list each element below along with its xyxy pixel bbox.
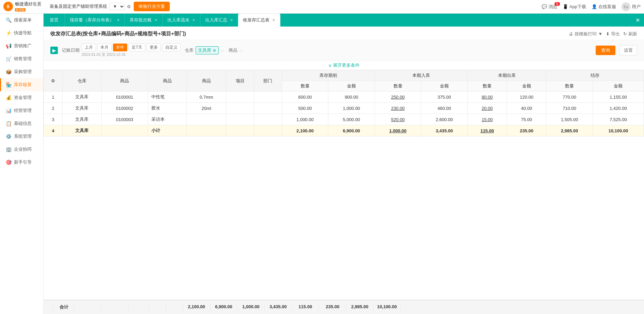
tab-summary[interactable]: 出入库汇总 ✕ (200, 14, 238, 27)
user-area[interactable]: Ea 用户 (622, 2, 641, 11)
cell-in-qty[interactable]: 250.00 (375, 92, 421, 103)
system-select[interactable]: ▼ (109, 3, 125, 10)
print-btn[interactable]: 🖨 按模板打印 ▼ (569, 31, 602, 37)
app-download-label: App下载 (569, 4, 586, 10)
sales-icon: 🛒 (6, 56, 11, 62)
sidebar-label-inventory: 库存核算 (14, 82, 32, 88)
th-settings[interactable]: ⚙ (44, 70, 63, 92)
filter-bar: ▶ 记账日期 上月 本月 本年 近7天 更多 自定义 2023-01-01 至 … (44, 40, 644, 61)
footer-name (101, 303, 129, 312)
base-info-icon: 📋 (6, 121, 11, 126)
warehouse-more[interactable]: ··· (221, 48, 225, 53)
message-btn[interactable]: 💬 消息 6 (542, 4, 557, 10)
cell-out-amt: 120.00 (507, 92, 546, 103)
cell-project (226, 114, 254, 125)
cell-end-amt: 1,420.00 (593, 103, 644, 114)
th-end-amt: 金额 (593, 81, 644, 92)
tab-receive-send[interactable]: 收发存汇总表 ✕ (238, 14, 280, 27)
refresh-btn[interactable]: ↻ 刷新 (623, 31, 637, 37)
tab-receive-send-close[interactable]: ✕ (272, 18, 275, 22)
date-btn-more[interactable]: 更多 (147, 44, 161, 51)
footer-end-qty: 2,985.00 (346, 303, 374, 312)
filter-expand-btn[interactable]: ▶ (50, 47, 58, 54)
tabs-close-all[interactable]: ✕ (631, 17, 644, 23)
export-btn[interactable]: ⬇ 导出 (606, 31, 620, 37)
sidebar-label-operations: 经营管理 (14, 108, 32, 114)
date-btn-last-month[interactable]: 上月 (82, 44, 96, 51)
cell-end-qty: 770.00 (546, 92, 593, 103)
cell-code: 0100003 (101, 114, 148, 125)
cell-out-qty[interactable]: 115.00 (467, 125, 507, 136)
tab-inventory-dist[interactable]: 现存量（库存分布表） ✕ (65, 14, 125, 27)
sidebar-item-operations[interactable]: 📊 经营管理 (0, 104, 43, 117)
sidebar-item-search[interactable]: 🔍 搜索菜单 (0, 14, 43, 27)
sidebar-item-sales[interactable]: 🛒 销售管理 (0, 52, 43, 65)
table-row: 1文具库0100001中性笔0.7mm600.00900.00250.00375… (44, 92, 644, 103)
enterprise-icon: 🏢 (6, 147, 11, 152)
cell-project (226, 92, 254, 103)
th-code: 商品 (101, 70, 148, 92)
tab-batch-close[interactable]: ✕ (154, 18, 158, 22)
tab-flow-close[interactable]: ✕ (192, 18, 195, 22)
sidebar-item-purchase[interactable]: 📦 采购管理 (0, 65, 43, 78)
date-btn-this-year[interactable]: 本年 (113, 44, 127, 51)
phone-icon: 📱 (563, 4, 568, 9)
tab-inventory-dist-close[interactable]: ✕ (117, 18, 120, 22)
finance-icon: 💰 (6, 95, 11, 100)
cell-warehouse: 文具库 (63, 114, 101, 125)
cell-spec: 20ml (187, 103, 226, 114)
inventory-icon: 🏪 (6, 82, 11, 87)
date-btn-custom[interactable]: 自定义 (162, 44, 181, 51)
goods-filter-group: 商品 ··· (229, 47, 243, 53)
cell-end-amt: 7,525.00 (593, 114, 644, 125)
th-begin-amt: 金额 (328, 81, 375, 92)
cell-in-qty[interactable]: 520.00 (375, 114, 421, 125)
tab-summary-close[interactable]: ✕ (230, 18, 233, 22)
expand-conditions-bar[interactable]: ∨ 展开更多条件 (44, 61, 644, 70)
cell-out-qty[interactable]: 20.00 (467, 103, 507, 114)
date-btn-this-month[interactable]: 本月 (97, 44, 112, 51)
marketing-icon: 📢 (6, 43, 11, 49)
sidebar-item-guide[interactable]: 🎯 新手引导 (0, 156, 43, 169)
online-service-btn[interactable]: 👤 在线客服 (592, 4, 616, 10)
cell-in-amt: 3,435.00 (421, 125, 467, 136)
cell-in-qty[interactable]: 1,000.00 (375, 125, 421, 136)
sidebar-item-system[interactable]: ⚙️ 系统管理 (0, 130, 43, 143)
th-project: 项目 (226, 70, 254, 92)
th-in-qty: 数量 (375, 81, 421, 92)
tab-flow[interactable]: 出入库流水 ✕ (163, 14, 200, 27)
query-button[interactable]: 查询 (596, 46, 615, 55)
tab-inventory-dist-label: 现存量（库存分布表） (70, 17, 114, 23)
cell-out-qty[interactable]: 15.00 (467, 114, 507, 125)
cell-out-qty[interactable]: 80.00 (467, 92, 507, 103)
cell-dept (254, 114, 282, 125)
cell-out-amt: 75.00 (507, 114, 546, 125)
sidebar-item-enterprise[interactable]: 🏢 企业协同 (0, 143, 43, 156)
settings-button[interactable]: 设置 (620, 45, 637, 55)
sidebar-label-finance: 资金管理 (14, 95, 32, 101)
experience-button[interactable]: 体验行业方案 (134, 2, 170, 11)
logo-text: 畅捷通好生意 标准版 (15, 1, 42, 12)
warehouse-remove-btn[interactable]: ✕ (213, 48, 216, 53)
th-in-amt: 金额 (421, 81, 467, 92)
th-name: 商品 (148, 70, 187, 92)
settings-gear[interactable]: ⚙ (127, 4, 131, 9)
tab-home[interactable]: 首页 (44, 14, 65, 27)
sidebar-item-marketing[interactable]: 📢 营销推广 (0, 39, 43, 52)
sidebar-item-base-info[interactable]: 📋 基础信息 (0, 117, 43, 130)
cell-dept (254, 125, 282, 136)
table-container: ⚙ 仓库 商品 商品 商品 项目 部门 库存期初 本期入库 本期出库 结存 (44, 70, 644, 300)
cell-name: 小计 (148, 125, 187, 136)
footer-cells: 合计 2,100.00 6,900.00 1,000.00 3,435.00 1… (44, 303, 644, 312)
warehouse-filter-label: 仓库 (185, 47, 194, 53)
th-end-qty: 数量 (546, 81, 593, 92)
sidebar-item-quick-nav[interactable]: ⚡ 快捷导航 (0, 27, 43, 39)
cell-in-qty[interactable]: 230.00 (375, 103, 421, 114)
app-download-btn[interactable]: 📱 App下载 (563, 4, 586, 10)
date-btn-7days[interactable]: 近7天 (129, 44, 145, 51)
sidebar-item-finance[interactable]: 💰 资金管理 (0, 91, 43, 104)
goods-more[interactable]: ··· (240, 48, 243, 53)
tab-batch[interactable]: 库存批次账 ✕ (125, 14, 163, 27)
footer-out-qty: 115.00 (292, 303, 319, 312)
sidebar-item-inventory[interactable]: 🏪 库存核算 (0, 78, 43, 91)
